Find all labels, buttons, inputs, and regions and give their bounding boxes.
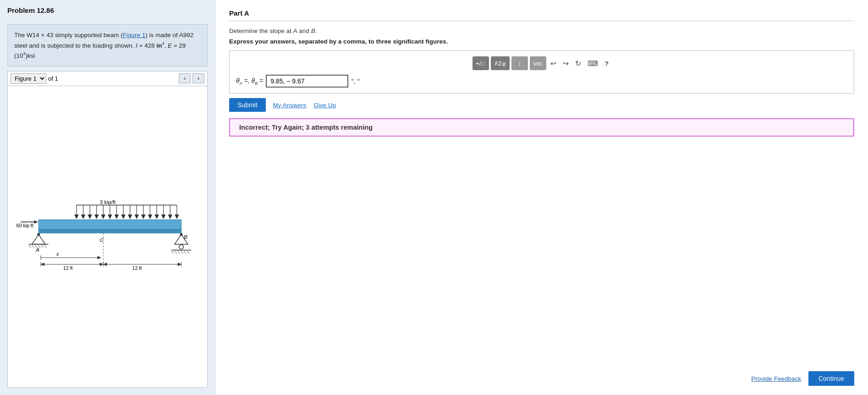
svg-rect-35 [38,220,181,230]
svg-text:60 kip·ft: 60 kip·ft [16,223,33,228]
answer-row: θA =, θB = °, ° [236,75,847,88]
give-up-button[interactable]: Give Up [313,102,336,109]
continue-button[interactable]: Continue [808,371,854,386]
next-figure-button[interactable]: › [192,73,204,83]
matrix-sqrt-button[interactable]: ▪√□ [472,56,489,70]
arrow-button[interactable]: ↕ [511,56,528,70]
feedback-box: Incorrect; Try Again; 3 attempts remaini… [229,118,854,137]
submit-button[interactable]: Submit [229,98,266,112]
bottom-actions: Provide Feedback Continue [229,362,854,386]
svg-point-59 [180,233,182,236]
keyboard-button[interactable]: ⌨ [585,56,600,70]
instruction-text: Express your answers, separated by a com… [229,38,854,45]
actions-row: Submit My Answers Give Up [229,98,854,112]
answer-container: ▪√□ ΑΣφ ↕ vec ↩ ↪ ↻ ⌨ ? θA =, θB = °, ° [229,50,854,93]
figure-of-label: of 1 [48,75,58,82]
redo-button[interactable]: ↪ [560,56,571,70]
vec-button[interactable]: vec [530,56,546,70]
left-panel: Problem 12.86 The W14 × 43 simply suppor… [0,0,215,395]
svg-rect-36 [38,230,181,233]
svg-text:x: x [56,252,59,257]
problem-title: Problem 12.86 [7,6,208,14]
beam-diagram: 3 kip/ft [9,195,206,278]
svg-text:12 ft: 12 ft [63,266,72,271]
feedback-text: Incorrect; Try Again; 3 attempts remaini… [239,124,373,131]
help-button[interactable]: ? [602,56,611,70]
right-panel: Part A Determine the slope at A and B. E… [215,0,868,395]
greek-symbols-button[interactable]: ΑΣφ [491,56,510,70]
figure-area: 3 kip/ft [7,86,208,388]
question-text: Determine the slope at A and B. [229,27,854,34]
answer-input[interactable] [266,75,348,88]
provide-feedback-button[interactable]: Provide Feedback [751,375,801,382]
svg-text:12 ft: 12 ft [132,266,142,271]
figure-link[interactable]: Figure 1 [123,32,146,38]
svg-text:A: A [35,247,39,252]
undo-button[interactable]: ↩ [548,56,559,70]
theta-label: θA =, θB = [236,77,263,86]
svg-point-48 [37,233,40,236]
degree-symbol: °, ° [351,77,360,85]
prev-figure-button[interactable]: ‹ [179,73,191,83]
part-label: Part A [229,9,854,21]
problem-description: The W14 × 43 simply supported beam (Figu… [7,24,208,66]
reload-button[interactable]: ↻ [573,56,583,70]
figure-selector[interactable]: Figure 1 [11,73,46,84]
svg-text:3 kip/ft: 3 kip/ft [99,199,115,205]
svg-text:B: B [184,234,187,240]
math-toolbar: ▪√□ ΑΣφ ↕ vec ↩ ↪ ↻ ⌨ ? [236,56,847,70]
my-answers-button[interactable]: My Answers [273,102,307,109]
